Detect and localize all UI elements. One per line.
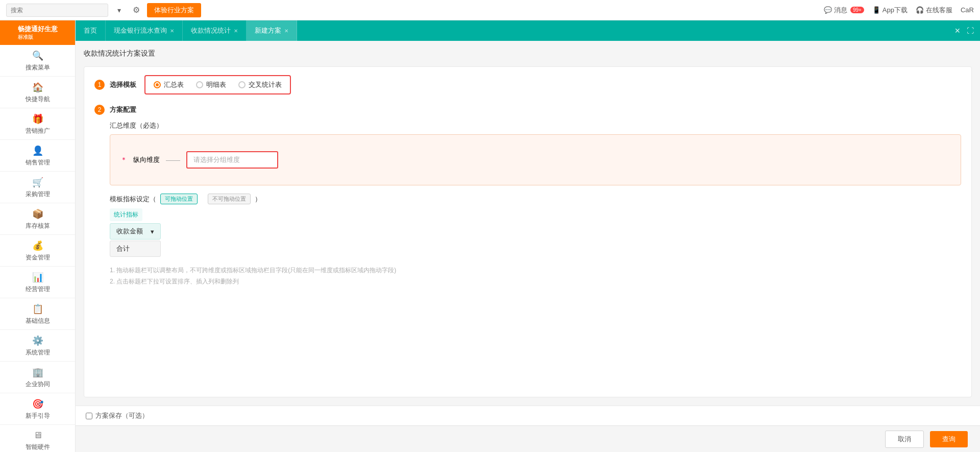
sidebar-label-enterprise: 企业协同 — [26, 380, 50, 389]
message-icon: 💬 — [824, 6, 832, 14]
step2-header: 2 方案配置 — [94, 105, 961, 115]
sidebar-label-capital: 资金管理 — [26, 253, 50, 262]
dim-arrow-icon: —— — [166, 156, 180, 164]
tag-fixed: 不可拖动位置 — [208, 194, 251, 204]
dim-vertical-label: 纵向维度 — [133, 155, 160, 164]
dimension-area: ＊ 纵向维度 —— 请选择分组维度 — [110, 134, 961, 185]
dropdown-icon: ▾ — [151, 228, 154, 235]
sidebar-label-search: 搜索菜单 — [26, 63, 50, 72]
sidebar-item-search[interactable]: 🔍 搜索菜单 — [0, 45, 75, 77]
settings-card: 1 选择模板 汇总表 明细表 交叉统计表 — [84, 66, 972, 397]
tab-close-btn[interactable]: ✕ — [952, 25, 963, 37]
tab-newplan-close[interactable]: ✕ — [284, 28, 288, 34]
user-icon: 👤 — [32, 145, 43, 156]
tab-newplan[interactable]: 新建方案 ✕ — [247, 20, 297, 41]
tab-stats-close[interactable]: ✕ — [234, 28, 238, 34]
gear-icon: ⚙️ — [32, 335, 43, 346]
sidebar-label-marketing: 营销推广 — [26, 127, 50, 135]
radio-detail-dot — [196, 81, 203, 88]
dimension-wrapper: 汇总维度（必选） ＊ 纵向维度 —— 请选择分组维度 — [110, 121, 961, 287]
tab-stats[interactable]: 收款情况统计 ✕ — [183, 20, 247, 41]
hint-1: 1. 拖动标题栏可以调整布局，不可跨维度或指标区域拖动栏目字段(只能在同一维度或… — [110, 265, 961, 276]
sidebar-item-guide[interactable]: 🎯 新手引导 — [0, 393, 75, 425]
page-title: 收款情况统计方案设置 — [84, 49, 972, 58]
radio-cross[interactable]: 交叉统计表 — [238, 80, 282, 89]
sidebar-label-basic: 基础信息 — [26, 317, 50, 325]
radio-cross-dot — [238, 81, 246, 88]
dimension-title: 汇总维度（必选） — [110, 121, 961, 130]
sidebar-item-nav[interactable]: 🏠 快捷导航 — [0, 77, 75, 108]
sidebar-item-marketing[interactable]: 🎁 营销推广 — [0, 108, 75, 140]
topbar-gear-btn[interactable]: ⚙ — [130, 4, 143, 17]
topbar-dropdown-btn[interactable]: ▾ — [112, 4, 126, 17]
tab-bar: 首页 现金银行流水查询 ✕ 收款情况统计 ✕ 新建方案 ✕ ✕ ⛶ — [76, 20, 980, 41]
cancel-button[interactable]: 取消 — [885, 431, 924, 448]
dim-select-box[interactable]: 请选择分组维度 — [186, 151, 278, 169]
sidebar-label-inventory: 库存核算 — [26, 222, 50, 230]
template-options: 汇总表 明细表 交叉统计表 — [144, 75, 291, 94]
download-item[interactable]: 📱 App下载 — [872, 6, 908, 15]
tab-bank[interactable]: 现金银行流水查询 ✕ — [106, 20, 183, 41]
box-icon: 📦 — [32, 208, 43, 220]
sidebar-item-system[interactable]: ⚙️ 系统管理 — [0, 330, 75, 362]
sidebar-item-inventory[interactable]: 📦 库存核算 — [0, 203, 75, 235]
tab-bank-close[interactable]: ✕ — [170, 28, 174, 34]
sidebar-label-purchase: 采购管理 — [26, 190, 50, 199]
tag-draggable: 可拖动位置 — [160, 194, 198, 204]
service-item[interactable]: 🎧 在线客服 — [916, 6, 952, 15]
content-area: 首页 现金银行流水查询 ✕ 收款情况统计 ✕ 新建方案 ✕ ✕ ⛶ 收款情况统计… — [76, 20, 980, 452]
sidebar-label-hardware: 智能硬件 — [26, 443, 50, 451]
tab-bank-label: 现金银行流水查询 — [114, 26, 167, 35]
service-label: 在线客服 — [926, 6, 952, 15]
search-input[interactable] — [6, 4, 108, 17]
sidebar-label-management: 经营管理 — [26, 285, 50, 294]
radio-summary[interactable]: 汇总表 — [154, 80, 184, 89]
monitor-icon: 🖥 — [33, 430, 42, 441]
trial-button[interactable]: 体验行业方案 — [147, 3, 201, 17]
sidebar-label-guide: 新手引导 — [26, 412, 50, 420]
sidebar-label-system: 系统管理 — [26, 348, 50, 357]
gift-icon: 🎁 — [32, 113, 43, 125]
save-checkbox[interactable] — [86, 413, 92, 419]
sidebar-item-sales[interactable]: 👤 销售管理 — [0, 140, 75, 172]
search-icon: 🔍 — [32, 50, 43, 61]
user-display: CaR — [961, 6, 974, 14]
target-icon: 🎯 — [32, 398, 43, 410]
user-item[interactable]: CaR — [961, 6, 974, 14]
stats-cell-amount[interactable]: 收款金额 ▾ — [110, 223, 161, 240]
dimension-title-text: 汇总维度（必选） — [110, 122, 163, 129]
main-layout: 畅捷通好生意 标准版 🔍 搜索菜单 🏠 快捷导航 🎁 营销推广 👤 销售管理 🛒… — [0, 20, 980, 452]
logo-sub: 标准版 — [18, 34, 58, 41]
step1-label: 选择模板 — [110, 80, 136, 89]
step2-section: 2 方案配置 汇总维度（必选） ＊ 纵向维度 —— — [94, 105, 961, 287]
tab-expand-btn[interactable]: ⛶ — [965, 25, 976, 37]
radio-summary-label: 汇总表 — [164, 80, 184, 89]
topbar-right: 💬 消息 99+ 📱 App下载 🎧 在线客服 CaR — [824, 6, 974, 15]
dim-select-placeholder: 请选择分组维度 — [193, 156, 240, 163]
sidebar-item-purchase[interactable]: 🛒 采购管理 — [0, 172, 75, 203]
dim-row: ＊ 纵向维度 —— 请选择分组维度 — [120, 151, 278, 169]
radio-detail[interactable]: 明细表 — [196, 80, 226, 89]
sidebar-item-enterprise[interactable]: 🏢 企业协同 — [0, 362, 75, 393]
metrics-title: 模板指标设定（ — [110, 195, 156, 204]
save-label: 方案保存（可选） — [95, 411, 149, 420]
sidebar-item-capital[interactable]: 💰 资金管理 — [0, 235, 75, 267]
sidebar-item-hardware[interactable]: 🖥 智能硬件 — [0, 425, 75, 452]
sidebar-label-nav: 快捷导航 — [26, 95, 50, 104]
topbar-left: ▾ ⚙ 体验行业方案 — [6, 3, 201, 17]
radio-cross-label: 交叉统计表 — [249, 80, 282, 89]
query-button[interactable]: 查询 — [930, 431, 968, 447]
message-item[interactable]: 💬 消息 99+ — [824, 6, 864, 15]
metrics-config: 模板指标设定（ 可拖动位置 不可拖动位置 ） 统计指标 收款 — [110, 194, 961, 257]
metrics-sep — [202, 195, 204, 203]
hint-2: 2. 点击标题栏下拉可设置排序、插入列和删除列 — [110, 276, 961, 288]
metrics-header: 模板指标设定（ 可拖动位置 不可拖动位置 ） — [110, 194, 961, 204]
dim-required-mark: ＊ — [120, 155, 127, 164]
sidebar-logo: 畅捷通好生意 标准版 — [0, 20, 75, 45]
step1-number: 1 — [94, 80, 105, 90]
sidebar-item-management[interactable]: 📊 经营管理 — [0, 267, 75, 298]
tab-home[interactable]: 首页 — [76, 20, 106, 41]
stats-category-label: 统计指标 — [110, 208, 142, 221]
sidebar-item-basic[interactable]: 📋 基础信息 — [0, 298, 75, 330]
sidebar-label-sales: 销售管理 — [26, 158, 50, 167]
